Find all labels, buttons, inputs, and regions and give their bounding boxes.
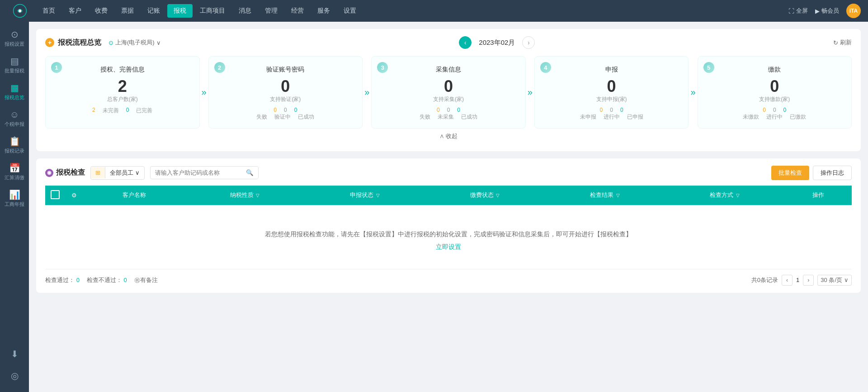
note-label: ㊗有备注 xyxy=(134,276,158,284)
sidebar-item-annual-report[interactable]: 📊 工商年报 xyxy=(0,186,29,212)
stat-success-1-label: 已完善 xyxy=(136,107,152,115)
arrow-icon-4: » xyxy=(690,87,695,97)
sidebar-download-button[interactable]: ⬇ xyxy=(9,345,20,365)
stat-fail-3[interactable]: 0 xyxy=(437,107,440,113)
stat-label-success-2: 已成功 xyxy=(298,113,314,121)
stat-label-pending-3: 未采集 xyxy=(438,113,454,121)
th-settings[interactable]: ⚙ xyxy=(65,186,83,205)
sidebar-item-tax-record[interactable]: 📋 报税记录 xyxy=(0,132,29,159)
step-num-4: 4 xyxy=(540,62,551,73)
stat-success-5[interactable]: 0 xyxy=(783,107,787,113)
header-checkbox[interactable] xyxy=(51,190,60,199)
fullscreen-button[interactable]: ⛶ 全屏 xyxy=(788,7,808,15)
arrow-3: » xyxy=(526,56,534,129)
step-count-2: 0 xyxy=(216,77,355,96)
operation-log-button[interactable]: 操作日志 xyxy=(813,166,852,180)
nav-item-invoice[interactable]: 票据 xyxy=(115,4,140,18)
th-fee-status[interactable]: 缴费状态 ▽ xyxy=(425,186,545,205)
empty-cell: 若您想使用报税检查功能，请先在【报税设置】中进行报税的初始化设置，完成密码验证和… xyxy=(45,205,852,267)
empty-message: 若您想使用报税检查功能，请先在【报税设置】中进行报税的初始化设置，完成密码验证和… xyxy=(51,210,846,267)
stat-label-fail-3: 失败 xyxy=(420,113,430,121)
collapse-bar[interactable]: ∧ 收起 xyxy=(45,129,852,144)
location-pin-icon: ⊙ xyxy=(108,39,113,46)
check-actions: 批量检查 操作日志 xyxy=(771,166,852,180)
check-method-filter-icon: ▽ xyxy=(736,193,740,198)
stat-label-pending-2: 验证中 xyxy=(274,113,291,121)
stat-success-4[interactable]: 0 xyxy=(620,107,623,113)
flow-location[interactable]: ⊙ 上海(电子税局) ∨ xyxy=(108,38,161,47)
location-icon: ◎ xyxy=(11,371,19,380)
stat-fail-2[interactable]: 0 xyxy=(274,107,277,113)
nav-item-customer[interactable]: 客户 xyxy=(62,4,88,18)
page-size-selector[interactable]: 30 条/页 ∨ xyxy=(817,275,852,286)
sidebar-item-settlement[interactable]: 📅 汇算清缴 xyxy=(0,159,29,186)
table-header: ⚙ 客户名称 纳税性质 ▽ 申报状态 ▽ xyxy=(45,186,852,205)
nav-item-management[interactable]: 管理 xyxy=(259,4,284,18)
nav-right-area: ⛶ 全屏 ▶ 畅会员 iTA xyxy=(788,4,861,18)
sidebar-item-tax-overview[interactable]: ▦ 报税总览 xyxy=(0,79,29,105)
member-button[interactable]: ▶ 畅会员 xyxy=(815,7,839,15)
annual-report-icon: 📊 xyxy=(9,190,20,199)
employee-filter-dropdown[interactable]: 全部员工 ∨ xyxy=(105,167,144,179)
refresh-label: 刷新 xyxy=(840,38,852,47)
search-input[interactable] xyxy=(151,167,241,179)
th-check-result[interactable]: 检查结果 ▽ xyxy=(545,186,665,205)
fail-value[interactable]: 0 xyxy=(123,277,127,283)
nav-item-bookkeeping[interactable]: 记账 xyxy=(141,4,166,18)
step-stat-labels-5: 未缴款 进行中 已缴款 xyxy=(705,113,844,121)
total-records: 共0条记录 xyxy=(751,276,778,284)
step-stat-labels-2: 失败 验证中 已成功 xyxy=(216,113,355,121)
stat-success-2[interactable]: 0 xyxy=(294,107,297,113)
stat-fail-4[interactable]: 0 xyxy=(600,107,603,113)
nav-item-home[interactable]: 首页 xyxy=(36,4,61,18)
search-button[interactable]: 🔍 xyxy=(241,167,258,179)
step-title-1: 授权、完善信息 xyxy=(53,66,192,74)
stat-pending-1-label: 未完善 xyxy=(103,107,119,115)
stat-success-3[interactable]: 0 xyxy=(457,107,460,113)
th-declare-status[interactable]: 申报状态 ▽ xyxy=(305,186,425,205)
sidebar-item-personal-tax[interactable]: ☺ 个税申报 xyxy=(0,105,29,132)
sidebar-item-batch-tax[interactable]: ▤ 批量报税 xyxy=(0,52,29,79)
top-navigation: 首页客户收费票据记账报税工商项目消息管理经营服务设置 ⛶ 全屏 ▶ 畅会员 iT… xyxy=(0,0,868,22)
current-page: 1 xyxy=(796,277,799,283)
avatar[interactable]: iTA xyxy=(846,4,861,18)
nav-item-fees[interactable]: 收费 xyxy=(89,4,114,18)
stat-fail-5[interactable]: 0 xyxy=(763,107,766,113)
flow-step-payment: 5 缴款 0 支持缴款(家) 0 0 0 未缴款 进行中 已缴款 xyxy=(698,56,852,129)
arrow-icon-3: » xyxy=(528,87,533,97)
nav-item-operation[interactable]: 经营 xyxy=(285,4,310,18)
nav-item-settings[interactable]: 设置 xyxy=(337,4,363,18)
next-month-button[interactable]: › xyxy=(522,36,535,49)
th-check-method[interactable]: 检查方式 ▽ xyxy=(665,186,784,205)
immediate-setup-link[interactable]: 立即设置 xyxy=(436,243,461,250)
personal-tax-icon: ☺ xyxy=(10,110,19,119)
flow-steps: 1 授权、完善信息 2 总客户数(家) 2 未完善 0 已完善 » xyxy=(45,56,852,129)
table-empty-row: 若您想使用报税检查功能，请先在【报税设置】中进行报税的初始化设置，完成密码验证和… xyxy=(45,205,852,267)
step-title-4: 申报 xyxy=(542,66,681,74)
sidebar-location-button[interactable]: ◎ xyxy=(9,367,20,387)
nav-item-business[interactable]: 工商项目 xyxy=(193,4,231,18)
first-page-button[interactable]: ‹ xyxy=(782,275,793,286)
next-page-button[interactable]: › xyxy=(803,275,814,286)
th-customer-name[interactable]: 客户名称 xyxy=(83,186,185,205)
stat-fail-1[interactable]: 2 xyxy=(92,107,95,115)
prev-month-button[interactable]: ‹ xyxy=(459,36,472,49)
th-tax-nature[interactable]: 纳税性质 ▽ xyxy=(185,186,305,205)
sidebar-item-tax-settings[interactable]: ⊙ 报税设置 xyxy=(0,25,29,52)
refresh-button[interactable]: ↻ 刷新 xyxy=(833,38,852,47)
table-scroll-area: ⚙ 客户名称 纳税性质 ▽ 申报状态 ▽ xyxy=(45,186,852,267)
step-subtitle-5: 支持缴款(家) xyxy=(705,96,844,103)
nav-item-service[interactable]: 服务 xyxy=(311,4,336,18)
stat-success-1[interactable]: 0 xyxy=(126,107,129,115)
employee-filter[interactable]: ⊞ 全部员工 ∨ xyxy=(90,166,145,180)
pass-label: 检查通过： 0 xyxy=(45,276,80,284)
table-body: 若您想使用报税检查功能，请先在【报税设置】中进行报税的初始化设置，完成密码验证和… xyxy=(45,205,852,267)
pass-value[interactable]: 0 xyxy=(76,277,80,283)
nav-item-message[interactable]: 消息 xyxy=(232,4,258,18)
nav-item-tax[interactable]: 报税 xyxy=(167,4,193,18)
check-footer: 检查通过： 0 检查不通过： 0 ㊗有备注 共0条记录 ‹ 1 › 30 条/页… xyxy=(45,269,852,286)
stat-pending-3: 0 xyxy=(447,107,450,113)
batch-check-button[interactable]: 批量检查 xyxy=(771,166,809,180)
flow-step-collect: 3 采集信息 0 支持采集(家) 0 0 0 失败 未采集 已成功 xyxy=(371,56,526,129)
arrow-4: » xyxy=(689,56,697,129)
